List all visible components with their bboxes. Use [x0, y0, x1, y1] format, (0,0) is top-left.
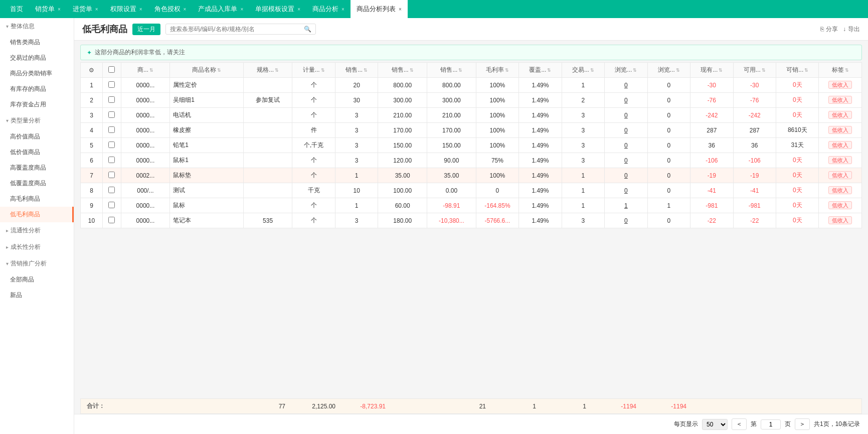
cell-view1[interactable]: 0	[605, 213, 647, 228]
next-page-button[interactable]: ＞	[795, 418, 810, 430]
th-sales-amt[interactable]: 销售...⇅	[427, 63, 476, 78]
share-button[interactable]: ⎘ 分享	[820, 25, 838, 34]
cell-view1[interactable]: 0	[605, 183, 647, 198]
page-size-select[interactable]: 50 100 200	[702, 419, 728, 430]
nav-close-role[interactable]: ×	[184, 7, 187, 12]
row-checkbox[interactable]	[108, 157, 115, 163]
row-checkbox[interactable]	[108, 141, 115, 148]
cell-checkbox[interactable]	[102, 123, 121, 138]
sidebar-item-low-coverage[interactable]: 低覆盖度商品	[0, 176, 74, 191]
select-all-checkbox[interactable]	[108, 66, 115, 73]
sidebar-item-sales-goods[interactable]: 销售类商品	[0, 35, 74, 50]
sidebar-group-overall[interactable]: ▾ 整体信息	[0, 18, 74, 35]
cell-spec	[243, 168, 292, 183]
search-input[interactable]	[170, 26, 301, 33]
th-current-stock[interactable]: 现有...⇅	[690, 63, 733, 78]
cell-checkbox[interactable]	[102, 138, 121, 153]
export-button[interactable]: ↓ 导出	[843, 25, 860, 34]
sidebar-group-flow[interactable]: ▸ 流通性分析	[0, 222, 74, 239]
table-container[interactable]: ⚙ 商...⇅ 商品名称⇅ 规格...⇅	[74, 62, 868, 398]
page-number-input[interactable]	[761, 419, 781, 429]
cell-checkbox[interactable]	[102, 108, 121, 123]
cell-view1[interactable]: 0	[605, 78, 647, 93]
cell-checkbox[interactable]	[102, 78, 121, 93]
period-button[interactable]: 近一月	[132, 24, 160, 35]
row-checkbox[interactable]	[108, 126, 115, 133]
cell-view1[interactable]: 0	[605, 108, 647, 123]
row-checkbox[interactable]	[108, 202, 115, 208]
sidebar-item-capital[interactable]: 库存资金占用	[0, 97, 74, 112]
nav-close-goods-analysis[interactable]: ×	[341, 7, 344, 12]
th-sales-price[interactable]: 销售...⇅	[378, 63, 427, 78]
nav-goods-analysis[interactable]: 商品分析 ×	[306, 0, 351, 18]
th-checkbox[interactable]	[102, 63, 121, 78]
nav-close-goods-analysis-list[interactable]: ×	[399, 7, 402, 12]
sidebar-group-type[interactable]: ▾ 类型量分析	[0, 112, 74, 129]
th-sellable[interactable]: 可销...⇅	[776, 63, 819, 78]
nav-goods-analysis-list[interactable]: 商品分析列表 ×	[351, 0, 408, 18]
cell-checkbox[interactable]	[102, 198, 121, 213]
row-checkbox[interactable]	[108, 172, 115, 178]
th-view1[interactable]: 浏览...⇅	[605, 63, 647, 78]
cell-checkbox[interactable]	[102, 153, 121, 168]
cell-checkbox[interactable]	[102, 93, 121, 108]
search-icon[interactable]: 🔍	[304, 26, 311, 33]
th-coverage[interactable]: 覆盖...⇅	[519, 63, 562, 78]
cell-view1[interactable]: 0	[605, 93, 647, 108]
cell-checkbox[interactable]	[102, 168, 121, 183]
row-checkbox[interactable]	[108, 217, 115, 223]
th-gross-margin[interactable]: 毛利率⇅	[476, 63, 518, 78]
sidebar-item-low-margin[interactable]: 低毛利商品	[0, 207, 74, 222]
nav-close-product-in[interactable]: ×	[240, 7, 243, 12]
nav-purchase[interactable]: 进货单 ×	[67, 0, 104, 18]
th-trade-count[interactable]: 交易...⇅	[562, 63, 604, 78]
sidebar-item-category-sales[interactable]: 商品分类助销率	[0, 66, 74, 81]
cell-view1[interactable]: 0	[605, 168, 647, 183]
th-code[interactable]: 商...⇅	[121, 63, 170, 78]
nav-product-in[interactable]: 产成品入库单 ×	[192, 0, 249, 18]
th-view2[interactable]: 浏览...⇅	[647, 63, 690, 78]
sidebar-item-high-value[interactable]: 高价值商品	[0, 129, 74, 144]
sidebar-group-marketing[interactable]: ▾ 营销推广分析	[0, 255, 74, 272]
nav-sales[interactable]: 销货单 ×	[29, 0, 67, 18]
cell-view1[interactable]: 0	[605, 123, 647, 138]
footer-sales-qty: 77	[245, 403, 285, 410]
row-checkbox[interactable]	[108, 96, 115, 103]
th-settings[interactable]: ⚙	[81, 63, 103, 78]
row-checkbox[interactable]	[108, 111, 115, 118]
nav-home[interactable]: 首页	[4, 0, 29, 18]
sort-icon-tag: ⇅	[845, 68, 849, 73]
row-checkbox[interactable]	[108, 81, 115, 88]
cell-view1[interactable]: 0	[605, 153, 647, 168]
cell-view1[interactable]: 0	[605, 138, 647, 153]
cell-current-stock: -41	[690, 183, 733, 198]
th-tag[interactable]: 标签⇅	[819, 63, 862, 78]
nav-close-template[interactable]: ×	[297, 7, 300, 12]
prev-page-button[interactable]: ＜	[732, 418, 747, 430]
cell-checkbox[interactable]	[102, 213, 121, 228]
nav-role[interactable]: 角色授权 ×	[148, 0, 193, 18]
th-unit[interactable]: 计量...⇅	[292, 63, 335, 78]
sidebar-item-all-goods[interactable]: 全部商品	[0, 272, 74, 287]
th-name[interactable]: 商品名称⇅	[170, 63, 244, 78]
sidebar-group-growth[interactable]: ▸ 成长性分析	[0, 239, 74, 255]
nav-close-sales[interactable]: ×	[58, 7, 61, 12]
settings-icon[interactable]: ⚙	[89, 67, 94, 74]
cell-view1[interactable]: 1	[605, 198, 647, 213]
nav-close-permission[interactable]: ×	[139, 7, 142, 12]
sidebar-item-high-coverage[interactable]: 高覆盖度商品	[0, 160, 74, 176]
row-checkbox[interactable]	[108, 187, 115, 193]
cell-checkbox[interactable]	[102, 183, 121, 198]
sidebar-item-traded-goods[interactable]: 交易过的商品	[0, 50, 74, 66]
th-spec[interactable]: 规格...⇅	[243, 63, 292, 78]
nav-template[interactable]: 单据模板设置 ×	[249, 0, 306, 18]
sidebar-item-high-margin[interactable]: 高毛利商品	[0, 191, 74, 207]
nav-close-purchase[interactable]: ×	[95, 7, 98, 12]
sidebar-item-new-goods[interactable]: 新品	[0, 287, 74, 303]
th-sales-qty[interactable]: 销售...⇅	[335, 63, 378, 78]
th-available[interactable]: 可用...⇅	[733, 63, 776, 78]
nav-permission[interactable]: 权限设置 ×	[104, 0, 148, 18]
sidebar-item-stock-goods[interactable]: 有库存的商品	[0, 81, 74, 97]
cell-code: 0002...	[121, 168, 170, 183]
sidebar-item-low-value[interactable]: 低价值商品	[0, 144, 74, 160]
